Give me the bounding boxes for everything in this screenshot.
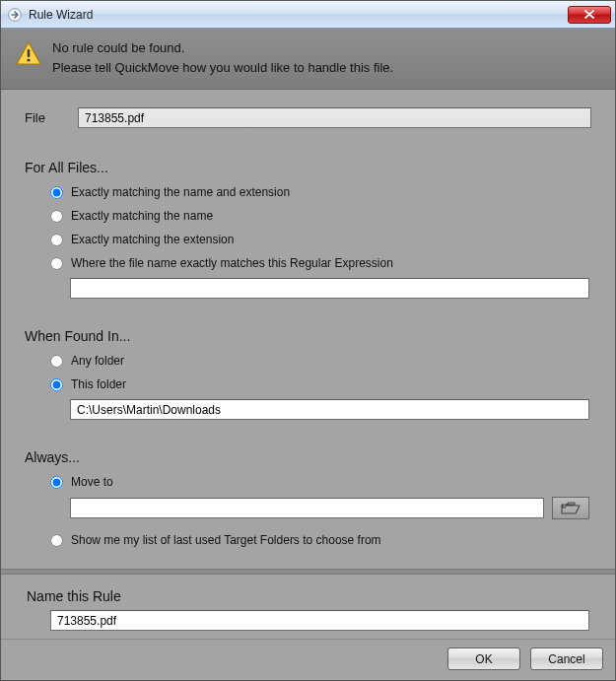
footer: OK Cancel [1,639,615,680]
window-title: Rule Wizard [29,8,568,22]
info-banner: No rule could be found. Please tell Quic… [1,29,615,90]
name-rule-section: Name this Rule [25,588,591,631]
radio-any-folder-label: Any folder [71,354,124,368]
browse-button[interactable] [552,497,589,519]
body: File For All Files... Exactly matching t… [1,90,615,639]
folder-icon [561,502,581,515]
banner-line2: Please tell QuickMove how you would like… [52,58,393,78]
radio-match-name[interactable]: Exactly matching the name [25,205,591,227]
radio-move-to[interactable]: Move to [25,471,591,493]
radio-match-name-ext-input[interactable] [50,186,63,199]
close-button[interactable] [568,6,611,24]
file-label: File [25,110,78,125]
regex-input[interactable] [70,278,589,299]
titlebar: Rule Wizard [1,1,615,29]
radio-match-regex[interactable]: Where the file name exactly matches this… [25,252,591,274]
divider [1,569,615,575]
move-to-input[interactable] [70,498,544,518]
app-arrow-icon [7,7,23,23]
for-all-files-title: For All Files... [25,160,591,175]
radio-match-regex-input[interactable] [50,257,63,270]
radio-this-folder-input[interactable] [50,378,63,391]
always-title: Always... [25,449,591,465]
cancel-button[interactable]: Cancel [530,647,603,670]
radio-match-ext-input[interactable] [50,234,63,246]
radio-show-last-list[interactable]: Show me my list of last used Target Fold… [25,529,591,551]
svg-rect-1 [28,49,31,57]
radio-move-to-label: Move to [71,475,113,489]
radio-match-ext[interactable]: Exactly matching the extension [25,229,591,250]
radio-show-last-list-input[interactable] [50,534,63,547]
name-rule-title: Name this Rule [25,588,591,604]
warning-icon [15,40,42,68]
radio-match-name-label: Exactly matching the name [71,209,213,223]
radio-match-regex-label: Where the file name exactly matches this… [71,256,393,270]
radio-move-to-input[interactable] [50,476,63,489]
radio-this-folder-label: This folder [71,377,126,391]
banner-message: No rule could be found. Please tell Quic… [52,38,393,77]
radio-show-last-list-label: Show me my list of last used Target Fold… [71,533,381,547]
banner-line1: No rule could be found. [52,38,393,58]
radio-this-folder[interactable]: This folder [25,374,591,395]
this-folder-input[interactable] [70,399,589,420]
radio-match-name-input[interactable] [50,210,63,223]
radio-any-folder-input[interactable] [50,355,63,368]
rule-name-input[interactable] [50,610,589,631]
file-field[interactable] [78,107,591,128]
window: Rule Wizard No rule could be found. Plea… [0,0,616,681]
radio-any-folder[interactable]: Any folder [25,350,591,372]
radio-match-name-ext-label: Exactly matching the name and extension [71,185,290,199]
radio-match-ext-label: Exactly matching the extension [71,233,234,246]
when-found-in-title: When Found In... [25,328,591,344]
radio-match-name-ext[interactable]: Exactly matching the name and extension [25,181,591,203]
svg-point-2 [27,58,30,61]
ok-button[interactable]: OK [447,647,520,670]
